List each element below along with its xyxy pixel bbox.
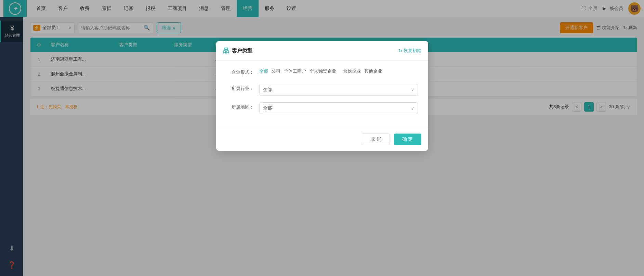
modal-title: 品 客户类型 (223, 47, 252, 55)
enterprise-tag-individual[interactable]: 个体工商户 (284, 67, 306, 75)
cancel-button[interactable]: 取 消 (362, 134, 390, 145)
filter-modal: 品 客户类型 ↻ 恢复初始 企业形式： 全部 公司 个体工商户 个人独资企业 (216, 41, 428, 151)
modal-reset-button[interactable]: ↻ 恢复初始 (398, 48, 421, 54)
reset-label: 恢复初始 (404, 48, 421, 54)
region-select-arrow: ∨ (411, 106, 414, 111)
modal-header: 品 客户类型 ↻ 恢复初始 (216, 41, 428, 61)
enterprise-tag-group: 全部 公司 个体工商户 个人独资企业 合伙企业 其他企业 (259, 67, 418, 75)
enterprise-tag-company[interactable]: 公司 (272, 67, 280, 75)
enterprise-form-row: 企业形式： 全部 公司 个体工商户 个人独资企业 合伙企业 其他企业 (226, 67, 418, 77)
modal-body: 企业形式： 全部 公司 个体工商户 个人独资企业 合伙企业 其他企业 所属行业： (216, 61, 428, 128)
enterprise-tag-all[interactable]: 全部 (259, 67, 268, 75)
industry-select[interactable]: 全部 ∨ (259, 84, 418, 96)
enterprise-tag-sole[interactable]: 个人独资企业 (310, 67, 336, 75)
industry-form-value: 全部 ∨ (259, 84, 418, 96)
enterprise-tag-other[interactable]: 其他企业 (364, 67, 382, 75)
region-form-value: 全部 ∨ (259, 102, 418, 114)
enterprise-form-label: 企业形式： (226, 67, 254, 77)
confirm-button[interactable]: 确 定 (394, 134, 421, 145)
industry-form-label: 所属行业： (226, 84, 254, 93)
industry-form-row: 所属行业： 全部 ∨ (226, 84, 418, 96)
region-select[interactable]: 全部 ∨ (259, 102, 418, 114)
enterprise-form-value: 全部 公司 个体工商户 个人独资企业 合伙企业 其他企业 (259, 67, 418, 75)
modal-title-text: 客户类型 (232, 48, 252, 54)
industry-select-value: 全部 (263, 87, 272, 93)
region-form-row: 所属地区： 全部 ∨ (226, 102, 418, 114)
modal-footer: 取 消 确 定 (216, 128, 428, 151)
region-form-label: 所属地区： (226, 102, 254, 112)
reset-icon: ↻ (398, 48, 402, 53)
modal-title-icon: 品 (223, 47, 229, 55)
industry-select-arrow: ∨ (411, 87, 414, 92)
enterprise-tag-partnership[interactable]: 合伙企业 (343, 67, 361, 75)
modal-overlay: 品 客户类型 ↻ 恢复初始 企业形式： 全部 公司 个体工商户 个人独资企业 (0, 0, 644, 276)
region-select-value: 全部 (263, 105, 272, 111)
